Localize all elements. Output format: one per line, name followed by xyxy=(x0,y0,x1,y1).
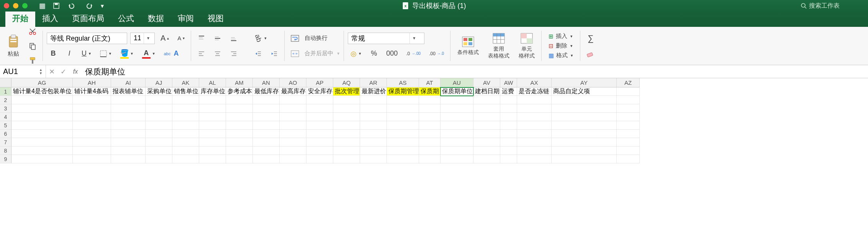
cell[interactable] xyxy=(73,104,111,113)
cell[interactable] xyxy=(419,130,441,138)
merge-center-button[interactable] xyxy=(288,48,301,59)
cell[interactable] xyxy=(387,104,419,113)
cell[interactable]: 库存单位 xyxy=(199,87,226,96)
cell[interactable]: 是否走冻链 xyxy=(517,87,552,96)
font-size-combo[interactable]: ▼ xyxy=(130,33,155,44)
clear-button[interactable] xyxy=(584,48,597,59)
fill-color-button[interactable]: 🪣▼ xyxy=(118,48,136,59)
align-right-button[interactable] xyxy=(227,48,240,59)
font-color-button[interactable]: A▼ xyxy=(139,48,158,59)
column-header[interactable]: AM xyxy=(226,78,253,87)
column-header[interactable]: AJ xyxy=(146,78,172,87)
cell[interactable] xyxy=(517,104,552,113)
cell[interactable] xyxy=(306,138,333,146)
cell[interactable] xyxy=(419,155,441,163)
chevron-down-icon[interactable]: ▼ xyxy=(409,33,418,44)
bold-button[interactable]: B xyxy=(47,48,60,59)
cell[interactable] xyxy=(617,104,640,113)
cell[interactable] xyxy=(306,113,333,121)
cell[interactable] xyxy=(517,146,552,155)
cell[interactable]: 参考成本 xyxy=(226,87,253,96)
row-header[interactable]: 1 xyxy=(0,87,11,96)
cell[interactable] xyxy=(360,96,387,104)
cell[interactable] xyxy=(500,104,517,113)
cell[interactable] xyxy=(333,146,360,155)
cell[interactable] xyxy=(172,96,199,104)
cell[interactable] xyxy=(146,113,172,121)
cell[interactable] xyxy=(73,113,111,121)
cell[interactable] xyxy=(73,121,111,130)
undo-icon[interactable] xyxy=(67,2,77,9)
column-header[interactable]: AV xyxy=(473,78,500,87)
cell[interactable] xyxy=(111,146,146,155)
zoom-window-button[interactable] xyxy=(22,3,28,8)
phonetic-button[interactable]: abcA xyxy=(161,48,182,59)
cell[interactable] xyxy=(617,87,640,96)
tab-page-layout[interactable]: 页面布局 xyxy=(65,10,111,27)
column-header[interactable]: AS xyxy=(387,78,419,87)
cell[interactable] xyxy=(280,113,306,121)
row-header[interactable]: 9 xyxy=(0,155,11,163)
paste-button[interactable]: 粘贴 xyxy=(4,33,23,59)
select-all-corner[interactable] xyxy=(0,78,11,87)
cell[interactable] xyxy=(500,138,517,146)
cell[interactable] xyxy=(11,104,73,113)
cell[interactable]: 最高库存 xyxy=(280,87,306,96)
cell[interactable] xyxy=(441,130,473,138)
number-format-combo[interactable]: ▼ xyxy=(348,33,424,44)
align-top-button[interactable] xyxy=(195,33,208,44)
cell[interactable] xyxy=(253,113,280,121)
cell[interactable] xyxy=(73,138,111,146)
font-size-input[interactable] xyxy=(131,34,144,42)
cell[interactable] xyxy=(146,138,172,146)
copy-button[interactable] xyxy=(26,40,39,52)
cell[interactable] xyxy=(387,121,419,130)
cell[interactable] xyxy=(73,130,111,138)
tab-data[interactable]: 数据 xyxy=(141,10,171,27)
cell[interactable] xyxy=(333,155,360,163)
align-center-button[interactable] xyxy=(211,48,224,59)
tab-review[interactable]: 审阅 xyxy=(171,10,201,27)
cell[interactable] xyxy=(172,104,199,113)
cell[interactable] xyxy=(253,121,280,130)
cell[interactable] xyxy=(500,113,517,121)
tab-home[interactable]: 开始 xyxy=(5,10,35,27)
cell[interactable] xyxy=(146,155,172,163)
cell[interactable] xyxy=(306,96,333,104)
cell[interactable] xyxy=(111,96,146,104)
cell[interactable] xyxy=(11,138,73,146)
cell[interactable] xyxy=(199,113,226,121)
cell[interactable] xyxy=(111,104,146,113)
cell[interactable] xyxy=(11,130,73,138)
cell[interactable] xyxy=(333,121,360,130)
cancel-formula-button[interactable]: ✕ xyxy=(46,67,57,76)
cell[interactable] xyxy=(552,146,617,155)
row-header[interactable]: 2 xyxy=(0,96,11,104)
cell[interactable] xyxy=(226,130,253,138)
cell[interactable] xyxy=(500,155,517,163)
cell[interactable] xyxy=(360,121,387,130)
cell[interactable] xyxy=(11,113,73,121)
cell[interactable] xyxy=(617,155,640,163)
cell[interactable] xyxy=(199,121,226,130)
cell[interactable] xyxy=(199,146,226,155)
row-header[interactable]: 3 xyxy=(0,104,11,113)
cell[interactable] xyxy=(199,130,226,138)
wrap-text-button[interactable] xyxy=(288,33,301,44)
tab-insert[interactable]: 插入 xyxy=(35,10,65,27)
chevron-down-icon[interactable]: ▼ xyxy=(144,33,152,44)
decrease-decimal-button[interactable]: .00→.0 xyxy=(426,48,447,59)
align-bottom-button[interactable] xyxy=(227,33,240,44)
cell[interactable] xyxy=(419,138,441,146)
redo-icon[interactable] xyxy=(84,2,94,9)
column-header[interactable]: AT xyxy=(419,78,441,87)
cell[interactable] xyxy=(226,121,253,130)
spreadsheet-grid[interactable]: AGAHAIAJAKALAMANAOAPAQARASATAUAVAWAXAYAZ… xyxy=(0,78,868,163)
cell[interactable]: 保质期管理 xyxy=(387,87,419,96)
cell[interactable] xyxy=(226,138,253,146)
cell[interactable] xyxy=(333,138,360,146)
number-format-input[interactable] xyxy=(348,34,409,42)
cell[interactable] xyxy=(199,96,226,104)
autosum-button[interactable]: ∑ xyxy=(584,33,597,44)
cell[interactable] xyxy=(253,104,280,113)
